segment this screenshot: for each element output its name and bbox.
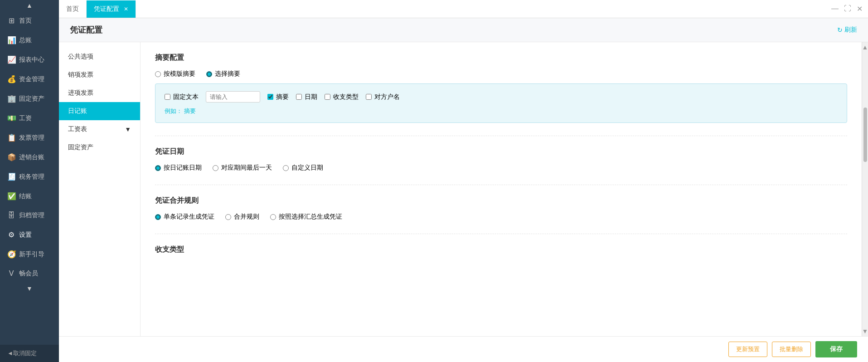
left-nav-public-options[interactable]: 公共选项	[59, 48, 140, 66]
scroll-down-arrow[interactable]: ▼	[861, 326, 868, 336]
chevron-down-icon: ▼	[125, 126, 131, 133]
left-nav-fixed-assets[interactable]: 固定资产	[59, 138, 140, 157]
report-icon: 📈	[7, 55, 15, 64]
fixed-text-input[interactable]	[206, 91, 260, 103]
batch-delete-button[interactable]: 批量删除	[772, 342, 811, 357]
radio-template-label: 按模版摘要	[164, 70, 195, 78]
radio-custom-date-label: 自定义日期	[291, 164, 323, 172]
radio-last-day[interactable]: 对应期间最后一天	[213, 164, 272, 172]
divider-2	[155, 185, 847, 185]
payroll-icon: 💵	[7, 114, 15, 122]
radio-merge-input[interactable]	[225, 214, 231, 220]
checkbox-fixed-text[interactable]: 固定文本	[165, 93, 199, 101]
radio-custom-date[interactable]: 自定义日期	[283, 164, 323, 172]
left-nav: 公共选项 销项发票 进项发票 日记账 工资表 ▼ 固定资产	[59, 42, 141, 336]
scroll-up-arrow[interactable]: ▲	[861, 42, 868, 52]
radio-template-summary[interactable]: 按模版摘要	[155, 70, 195, 78]
left-nav-sales-label: 销项发票	[68, 71, 93, 79]
sidebar-item-purchase-label: 进销台账	[19, 153, 44, 161]
left-nav-purchase-invoice[interactable]: 进项发票	[59, 84, 140, 102]
date-checkbox[interactable]	[296, 94, 302, 100]
fixed-text-checkbox[interactable]	[165, 94, 170, 100]
sidebar: ▲ ⊞ 首页 📊 总账 📈 报表中心 💰 资金管理 🏢 固定资产 💵 工资 📋 …	[0, 0, 59, 362]
sidebar-item-fund-management[interactable]: 💰 资金管理	[0, 69, 59, 89]
summary-config-row: 固定文本 摘要 日期	[165, 91, 838, 103]
left-nav-sales-invoice[interactable]: 销项发票	[59, 66, 140, 84]
radio-by-journal-date[interactable]: 按日记账日期	[155, 164, 202, 172]
radio-single-record[interactable]: 单条记录生成凭证	[155, 213, 214, 221]
maximize-button[interactable]: ⛶	[844, 5, 851, 13]
radio-single-input[interactable]	[155, 214, 161, 220]
counterpart-checkbox[interactable]	[366, 94, 372, 100]
config-panel: 摘要配置 按模版摘要 选择摘要	[141, 42, 862, 336]
right-scrollbar[interactable]: ▲ ▼	[862, 42, 868, 336]
vip-icon: V	[7, 269, 15, 278]
sidebar-item-general-ledger[interactable]: 📊 总账	[0, 30, 59, 50]
sidebar-item-settlement[interactable]: ✅ 结账	[0, 186, 59, 206]
left-nav-payroll-label: 工资表	[68, 125, 87, 133]
refresh-button[interactable]: ↻ 刷新	[837, 26, 857, 34]
left-nav-journal[interactable]: 日记账	[59, 102, 140, 120]
close-button[interactable]: ✕	[857, 5, 863, 13]
sidebar-unpin-button[interactable]: ◄取消固定	[0, 345, 59, 362]
radio-custom-date-input[interactable]	[283, 165, 289, 171]
sidebar-item-tax[interactable]: 🧾 税务管理	[0, 167, 59, 186]
left-nav-public-label: 公共选项	[68, 53, 93, 61]
refresh-label: 刷新	[844, 26, 857, 34]
tab-voucher-config[interactable]: 凭证配置 ✕	[87, 0, 136, 18]
divider-1	[155, 136, 847, 136]
sidebar-item-home[interactable]: ⊞ 首页	[0, 11, 59, 30]
radio-select-summary[interactable]: 选择摘要	[206, 70, 240, 78]
guide-icon: 🧭	[7, 250, 15, 259]
summary-checkbox[interactable]	[267, 94, 273, 100]
summary-checkbox-label: 摘要	[276, 93, 289, 101]
sidebar-item-fixed-assets[interactable]: 🏢 固定资产	[0, 89, 59, 108]
sidebar-scroll-down[interactable]: ▼	[0, 283, 59, 294]
sidebar-item-purchase-sales[interactable]: 📦 进销台账	[0, 147, 59, 167]
sidebar-scroll-up[interactable]: ▲	[0, 0, 59, 11]
income-expense-section: 收支类型	[155, 245, 847, 254]
summary-config-box: 固定文本 摘要 日期	[155, 83, 847, 123]
sidebar-item-settings[interactable]: ⚙ 设置	[0, 225, 59, 245]
counterpart-label: 对方户名	[374, 93, 400, 101]
left-nav-journal-label: 日记账	[68, 107, 87, 115]
sidebar-item-report-center[interactable]: 📈 报表中心	[0, 50, 59, 69]
save-button[interactable]: 保存	[815, 341, 857, 357]
radio-template-input[interactable]	[155, 71, 161, 77]
income-expense-title: 收支类型	[155, 245, 847, 254]
sidebar-item-payroll[interactable]: 💵 工资	[0, 108, 59, 128]
radio-select-label: 选择摘要	[215, 70, 240, 78]
sidebar-item-archive-label: 归档管理	[19, 211, 44, 220]
income-type-checkbox[interactable]	[325, 94, 330, 100]
checkbox-date[interactable]: 日期	[296, 93, 317, 101]
radio-by-selection[interactable]: 按照选择汇总生成凭证	[270, 213, 342, 221]
minimize-button[interactable]: —	[831, 5, 839, 13]
sidebar-item-home-label: 首页	[19, 17, 32, 25]
bottom-bar: 更新预置 批量删除 保存	[59, 336, 868, 362]
tab-voucher-config-label: 凭证配置	[94, 5, 119, 12]
voucher-date-radio-row: 按日记账日期 对应期间最后一天 自定义日期	[155, 164, 847, 172]
checkbox-counterpart-name[interactable]: 对方户名	[366, 93, 400, 101]
radio-select-input[interactable]	[206, 71, 212, 77]
radio-selection-input[interactable]	[270, 214, 276, 220]
checkbox-income-type[interactable]: 收支类型	[325, 93, 359, 101]
sidebar-item-invoice[interactable]: 📋 发票管理	[0, 128, 59, 147]
radio-journal-date-label: 按日记账日期	[164, 164, 202, 172]
divider-3	[155, 234, 847, 234]
sidebar-item-guide[interactable]: 🧭 新手引导	[0, 245, 59, 264]
radio-single-label: 单条记录生成凭证	[164, 213, 214, 221]
summary-example: 例如： 摘要	[165, 107, 838, 115]
update-preview-button[interactable]: 更新预置	[728, 342, 767, 357]
tab-close-icon[interactable]: ✕	[124, 6, 128, 12]
sidebar-item-fixed-assets-label: 固定资产	[19, 95, 44, 103]
sidebar-item-archive[interactable]: 🗄 归档管理	[0, 206, 59, 225]
tab-home[interactable]: 首页	[59, 0, 87, 18]
radio-merge-rule[interactable]: 合并规则	[225, 213, 259, 221]
checkbox-summary[interactable]: 摘要	[267, 93, 289, 101]
radio-last-day-input[interactable]	[213, 165, 218, 171]
sidebar-item-vip[interactable]: V 畅会员	[0, 264, 59, 283]
scroll-thumb[interactable]	[863, 108, 867, 162]
radio-journal-date-input[interactable]	[155, 165, 161, 171]
left-nav-payroll-table[interactable]: 工资表 ▼	[59, 120, 140, 138]
assets-icon: 🏢	[7, 94, 15, 103]
